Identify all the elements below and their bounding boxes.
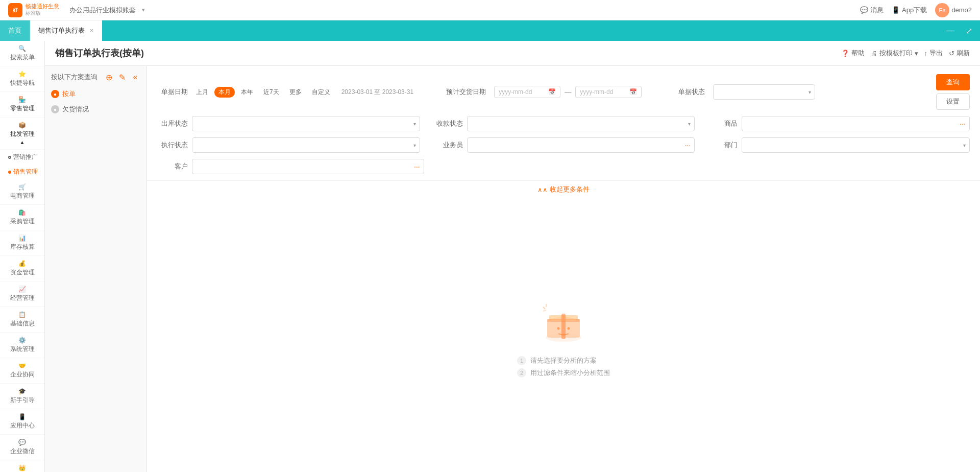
sidebar-item-appcenter[interactable]: 📱 应用中心: [0, 409, 44, 435]
plan-item-dan[interactable]: ● 按单: [45, 86, 146, 102]
sidebar-item-inventory[interactable]: 📊 库存核算: [0, 230, 44, 256]
sidebar-sub-marketing[interactable]: 营销推广: [0, 150, 44, 164]
top-bar: 好 畅捷通好生意 标准版 办公用品行业模拟账套 ▾ 💬 消息 📱 App下载 E…: [0, 0, 980, 20]
date-to-input[interactable]: yyyy-mm-dd 📅: [575, 86, 642, 98]
main-layout: 🔍 搜索菜单 ⭐ 快捷导航 🏪 零售管理 📦 批发管理 ▲ 营销推广 销售管理 …: [0, 41, 980, 472]
sidebar-item-membership[interactable]: 👑 畅会员: [0, 460, 44, 472]
date-last-month-btn[interactable]: 上月: [192, 87, 212, 98]
logo-text: 畅捷通好生意: [26, 3, 59, 10]
data-area: 1 请先选择要分析的方案 2 用过滤条件来缩小分析范围: [147, 202, 980, 472]
sidebar-operations-label: 经营管理: [10, 294, 35, 302]
wholesale-icon: 📦: [18, 122, 26, 129]
expected-date-label: 预计交货日期: [446, 87, 486, 97]
empty-line-1: 1 请先选择要分析的方案: [517, 356, 610, 365]
plan-item-quehuo[interactable]: ● 欠货情况: [45, 102, 146, 117]
app-download-button[interactable]: 📱 App下载: [892, 6, 927, 15]
search-button[interactable]: 查询: [936, 74, 970, 90]
status-label: 单据状态: [674, 87, 705, 97]
receipt-status-select[interactable]: [467, 116, 695, 131]
plan-section: 按以下方案查询 ⊕ ✎ « ● 按单: [45, 66, 147, 472]
sidebar-item-purchase[interactable]: 🛍️ 采购管理: [0, 205, 44, 230]
out-status-field: 出库状态 ▾: [157, 116, 420, 131]
refresh-button[interactable]: ↺ 刷新: [949, 49, 970, 58]
date-this-month-btn[interactable]: 本月: [214, 87, 235, 98]
sidebar-item-operations[interactable]: 📈 经营管理: [0, 281, 44, 307]
sidebar-item-retail[interactable]: 🏪 零售管理: [0, 92, 44, 117]
salesperson-input[interactable]: [467, 137, 695, 153]
out-status-select[interactable]: [192, 116, 420, 131]
salesperson-label: 业务员: [432, 140, 463, 150]
sidebar-item-system[interactable]: ⚙️ 系统管理: [0, 333, 44, 358]
date-filter-row: 单据日期 上月 本月 本年 近7天 更多 自定义 2023-03-01 至 20…: [157, 74, 970, 110]
sidebar-item-enterprise[interactable]: 🤝 企业协同: [0, 358, 44, 384]
sidebar-retail-label: 零售管理: [10, 104, 35, 113]
message-button[interactable]: 💬 消息: [860, 6, 884, 15]
status-select[interactable]: [713, 84, 815, 100]
sidebar-sub-sales[interactable]: 销售管理: [0, 164, 44, 179]
svg-line-7: [543, 310, 546, 311]
title-dropdown-icon[interactable]: ▾: [142, 7, 145, 13]
sidebar-newguide-label: 新手引导: [10, 396, 35, 405]
enterprise-icon: 🤝: [18, 362, 26, 369]
customer-dots-icon[interactable]: ···: [414, 162, 420, 171]
goods-field: 商品 ···: [707, 116, 970, 131]
customer-input[interactable]: [192, 159, 424, 174]
sidebar-quick-nav[interactable]: ⭐ 快捷导航: [0, 66, 44, 92]
date-last7days-btn[interactable]: 近7天: [259, 87, 283, 98]
sidebar-corpwechat-label: 企业微信: [10, 447, 35, 456]
tab-minimize-button[interactable]: —: [943, 23, 958, 38]
goods-label: 商品: [707, 119, 738, 128]
help-button[interactable]: ❓ 帮助: [841, 49, 865, 58]
tab-close-icon[interactable]: ×: [90, 27, 93, 34]
receipt-status-field: 收款状态 ▾: [432, 116, 695, 131]
date-custom-btn[interactable]: 自定义: [308, 87, 334, 98]
plan-edit-icon: ✎: [119, 73, 126, 82]
search-button-label: 查询: [946, 78, 960, 87]
refresh-label: 刷新: [957, 49, 970, 58]
plan-header: 按以下方案查询 ⊕ ✎ «: [45, 72, 146, 86]
plan-add-button[interactable]: ⊕: [104, 72, 114, 82]
tab-sales-order-label: 销售订单执行表: [38, 26, 85, 35]
tab-maximize-button[interactable]: ⤢: [962, 23, 976, 38]
out-status-wrapper: ▾: [192, 116, 420, 131]
print-button[interactable]: 🖨 按模板打印 ▾: [871, 49, 918, 58]
settings-button[interactable]: 设置: [936, 93, 970, 110]
export-label: 导出: [929, 49, 943, 58]
logo-sub: 标准版: [26, 10, 59, 17]
date-this-year-btn[interactable]: 本年: [237, 87, 257, 98]
dept-select[interactable]: [742, 137, 970, 153]
date-from-input[interactable]: yyyy-mm-dd 📅: [494, 86, 560, 98]
tab-home[interactable]: 首页: [0, 20, 30, 41]
date-range-display: 2023-03-01 至 2023-03-31: [341, 88, 413, 97]
sidebar-inventory-label: 库存核算: [10, 243, 35, 251]
sidebar-item-newguide[interactable]: 🎓 新手引导: [0, 384, 44, 409]
salesperson-dots-icon[interactable]: ···: [685, 141, 691, 149]
top-bar-left: 好 畅捷通好生意 标准版 办公用品行业模拟账套 ▾: [8, 3, 145, 17]
user-menu[interactable]: Ea demo2: [935, 3, 972, 17]
page-title: 销售订单执行表(按单): [55, 47, 144, 59]
goods-dots-icon[interactable]: ···: [960, 120, 966, 128]
goods-input[interactable]: [742, 116, 970, 131]
export-button[interactable]: ↑ 导出: [924, 49, 943, 58]
sidebar-item-wholesale[interactable]: 📦 批发管理 ▲: [0, 117, 44, 150]
sidebar-item-ecommerce[interactable]: 🛒 电商管理: [0, 179, 44, 205]
plan-collapse-button[interactable]: «: [130, 72, 140, 82]
collapse-more-btn[interactable]: ∧∧ 收起更多条件: [147, 180, 980, 198]
sidebar-search[interactable]: 🔍 搜索菜单: [0, 41, 44, 66]
content-area: 销售订单执行表(按单) ❓ 帮助 🖨 按模板打印 ▾ ↑ 导出 ↺ 刷新: [45, 41, 980, 472]
tab-sales-order[interactable]: 销售订单执行表 ×: [30, 20, 102, 41]
row4: 客户 ···: [157, 159, 970, 174]
date-more-btn[interactable]: 更多: [285, 87, 306, 98]
tab-spacer: [102, 20, 939, 41]
svg-line-5: [543, 307, 545, 309]
sidebar-item-finance[interactable]: 💰 资金管理: [0, 256, 44, 281]
sidebar-item-basic[interactable]: 📋 基础信息: [0, 307, 44, 333]
message-icon: 💬: [860, 6, 868, 14]
plan-edit-button[interactable]: ✎: [117, 72, 127, 82]
exec-status-select[interactable]: [192, 137, 420, 153]
print-dropdown-icon: ▾: [915, 50, 918, 57]
sidebar-quick-nav-label: 快捷导航: [10, 79, 35, 87]
sidebar-item-corpwechat[interactable]: 💬 企业微信: [0, 435, 44, 460]
out-status-label: 出库状态: [157, 119, 188, 128]
user-name: demo2: [951, 6, 972, 14]
